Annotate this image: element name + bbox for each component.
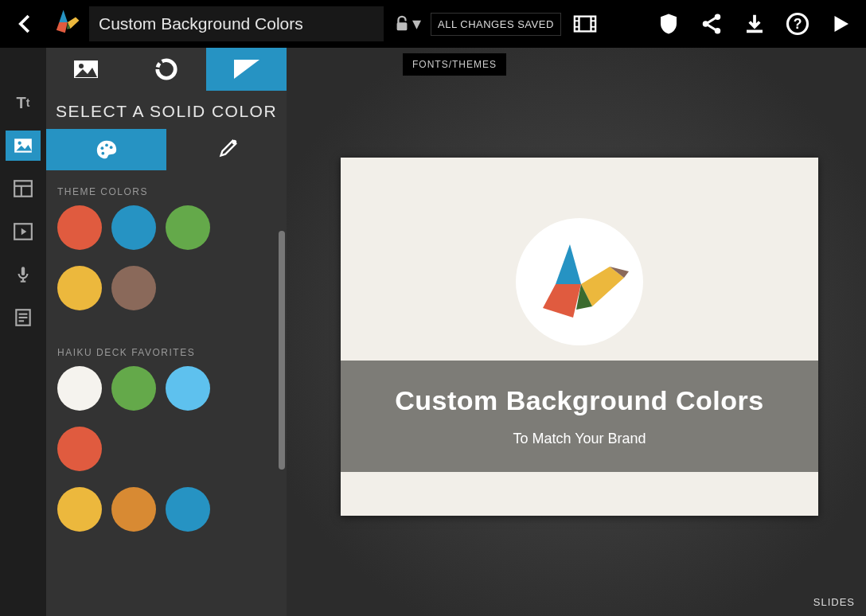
svg-marker-0 [59, 10, 68, 22]
svg-rect-4 [397, 22, 408, 30]
color-swatch[interactable] [57, 205, 102, 250]
slide-subtitle: To Match Your Brand [513, 431, 646, 447]
slide-preview[interactable]: Custom Background Colors To Match Your B… [341, 158, 818, 516]
app-logo [49, 5, 84, 43]
svg-marker-45 [556, 244, 581, 284]
color-swatch[interactable] [57, 487, 102, 532]
share-icon[interactable] [692, 5, 731, 43]
text-tool[interactable]: Tt [6, 88, 41, 118]
chevron-down-icon: ▾ [412, 14, 421, 34]
shield-icon[interactable] [650, 5, 688, 43]
color-swatch[interactable] [57, 266, 102, 310]
slide-text-band: Custom Background Colors To Match Your B… [341, 361, 818, 472]
notes-tool[interactable] [6, 302, 41, 333]
panel-scrollbar[interactable] [279, 231, 285, 616]
download-icon[interactable] [735, 5, 774, 43]
play-tool[interactable] [6, 216, 41, 247]
slide-title: Custom Background Colors [395, 385, 763, 416]
svg-marker-19 [835, 16, 849, 32]
color-swatch[interactable] [111, 205, 156, 250]
svg-point-40 [100, 146, 103, 150]
privacy-toggle[interactable]: ▾ [388, 14, 426, 34]
slides-button[interactable]: SLIDES [813, 596, 855, 608]
svg-point-36 [79, 64, 84, 68]
svg-rect-5 [575, 17, 595, 32]
svg-point-21 [18, 142, 21, 145]
background-tool[interactable] [6, 131, 41, 161]
svg-rect-28 [21, 267, 25, 275]
color-swatch[interactable] [111, 487, 156, 532]
svg-rect-23 [14, 181, 32, 197]
film-icon[interactable] [566, 5, 604, 43]
color-swatch[interactable] [166, 366, 210, 411]
svg-marker-47 [543, 284, 581, 318]
deck-title-input[interactable] [89, 6, 384, 41]
color-swatch[interactable] [57, 366, 102, 411]
solid-color-tab[interactable] [206, 48, 287, 91]
color-swatch[interactable] [57, 427, 102, 471]
color-swatch[interactable] [111, 366, 156, 411]
svg-line-16 [708, 25, 716, 29]
audio-tool[interactable] [6, 259, 41, 290]
slide-logo [516, 218, 643, 345]
color-swatch[interactable] [166, 205, 210, 250]
color-swatch[interactable] [166, 487, 210, 532]
theme-colors-label: THEME COLORS [57, 186, 275, 197]
eyedropper-mode[interactable] [166, 129, 287, 170]
layout-tool[interactable] [6, 173, 41, 204]
palette-mode[interactable] [46, 129, 166, 170]
svg-point-41 [105, 144, 108, 147]
play-icon[interactable] [821, 5, 860, 43]
favorites-label: HAIKU DECK FAVORITES [57, 347, 275, 358]
back-button[interactable] [6, 5, 45, 43]
save-status: ALL CHANGES SAVED [431, 13, 561, 36]
svg-marker-27 [21, 228, 27, 236]
svg-line-15 [708, 18, 716, 23]
image-background-tab[interactable] [46, 48, 127, 91]
svg-marker-2 [57, 22, 68, 33]
svg-point-42 [109, 146, 112, 149]
fonts-themes-tab[interactable]: FONTS/THEMES [403, 53, 506, 76]
help-icon[interactable]: ? [778, 5, 817, 43]
svg-text:?: ? [794, 16, 802, 32]
svg-point-43 [101, 152, 104, 155]
svg-point-44 [232, 140, 236, 145]
color-swatch[interactable] [111, 266, 156, 310]
panel-heading: SELECT A SOLID COLOR [46, 91, 287, 129]
chart-background-tab[interactable] [127, 48, 207, 91]
